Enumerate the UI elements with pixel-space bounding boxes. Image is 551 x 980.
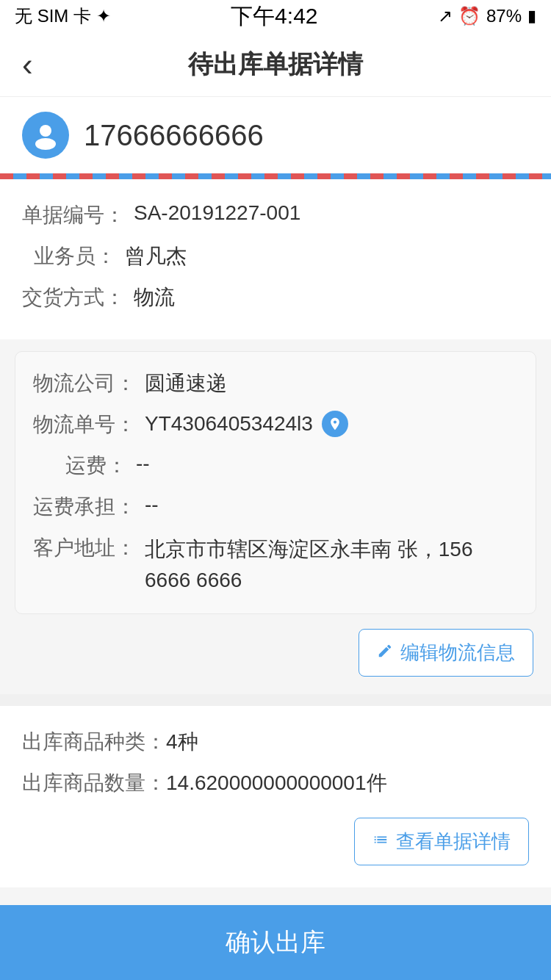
list-icon	[372, 830, 389, 853]
avatar	[22, 112, 69, 159]
section-divider	[0, 694, 551, 706]
product-quantity-label: 出库商品数量：	[22, 769, 166, 797]
freight-row: 运费： --	[33, 452, 518, 480]
freight-label: 运费：	[33, 452, 136, 480]
no-sim-text: 无 SIM 卡 ✦	[15, 4, 111, 28]
tracking-number-row: 物流单号： YT43064053424l3	[33, 411, 518, 439]
address-label: 客户地址：	[33, 534, 145, 562]
confirm-outbound-button[interactable]: 确认出库	[226, 926, 325, 959]
svg-point-1	[35, 138, 56, 150]
logistics-company-row: 物流公司： 圆通速递	[33, 370, 518, 397]
freight-bearer-label: 运费承担：	[33, 493, 145, 521]
basic-info-section: 单据编号： SA-20191227-001 业务员： 曾凡杰 交货方式： 物流	[0, 179, 551, 339]
logistics-card: 物流公司： 圆通速递 物流单号： YT43064053424l3 运费： -- …	[15, 351, 536, 614]
document-number-value: SA-20191227-001	[134, 201, 529, 225]
confirm-btn-container: 确认出库	[0, 905, 551, 980]
status-time: 下午4:42	[231, 1, 317, 32]
battery-icon: ▮	[527, 7, 536, 26]
map-pin-icon[interactable]	[322, 411, 348, 437]
status-right: ↗ ⏰ 87% ▮	[438, 6, 536, 26]
address-row: 客户地址： 北京市市辖区海淀区永丰南 张，156 6666 6666	[33, 534, 518, 596]
status-bar: 无 SIM 卡 ✦ 下午4:42 ↗ ⏰ 87% ▮	[0, 0, 551, 32]
sales-person-row: 业务员： 曾凡杰	[22, 242, 529, 270]
sales-person-value: 曾凡杰	[125, 242, 529, 270]
tracking-number-text: YT43064053424l3	[145, 412, 313, 436]
freight-bearer-row: 运费承担： --	[33, 493, 518, 521]
delivery-method-label: 交货方式：	[22, 284, 134, 311]
tracking-value: YT43064053424l3	[145, 411, 518, 437]
status-left: 无 SIM 卡 ✦	[15, 4, 111, 28]
product-type-label: 出库商品种类：	[22, 728, 166, 756]
header-card: 17666666666	[0, 97, 551, 173]
logistics-company-label: 物流公司：	[33, 370, 145, 397]
product-quantity-row: 出库商品数量： 14.620000000000001件	[22, 769, 529, 797]
product-section: 出库商品种类： 4种 出库商品数量： 14.620000000000001件 查…	[0, 706, 551, 887]
edit-button-row: 编辑物流信息	[0, 629, 551, 694]
dashed-divider	[0, 173, 551, 179]
back-button[interactable]: ‹	[22, 46, 33, 83]
address-value: 北京市市辖区海淀区永丰南 张，156 6666 6666	[145, 534, 518, 596]
freight-value: --	[136, 452, 518, 475]
view-detail-label: 查看单据详情	[396, 829, 511, 854]
delivery-method-value: 物流	[134, 284, 529, 311]
product-type-value: 4种	[166, 728, 198, 756]
edit-logistics-label: 编辑物流信息	[400, 640, 515, 666]
delivery-method-row: 交货方式： 物流	[22, 284, 529, 311]
logistics-company-value: 圆通速递	[145, 370, 518, 397]
alarm-icon: ⏰	[458, 6, 480, 26]
nav-bar: ‹ 待出库单据详情	[0, 32, 551, 97]
location-status-icon: ↗	[438, 6, 453, 26]
product-quantity-value: 14.620000000000001件	[166, 769, 387, 797]
customer-phone: 17666666666	[84, 119, 264, 152]
battery-text: 87%	[486, 6, 522, 26]
document-number-row: 单据编号： SA-20191227-001	[22, 201, 529, 229]
product-type-row: 出库商品种类： 4种	[22, 728, 529, 756]
sales-person-label: 业务员：	[22, 242, 125, 270]
edit-logistics-button[interactable]: 编辑物流信息	[359, 629, 533, 677]
svg-point-0	[40, 125, 51, 137]
freight-bearer-value: --	[145, 493, 518, 516]
detail-button-row: 查看单据详情	[22, 810, 529, 873]
edit-icon	[377, 641, 393, 664]
document-number-label: 单据编号：	[22, 201, 134, 229]
page-title: 待出库单据详情	[188, 48, 363, 82]
tracking-label: 物流单号：	[33, 411, 145, 439]
view-detail-button[interactable]: 查看单据详情	[354, 818, 529, 865]
